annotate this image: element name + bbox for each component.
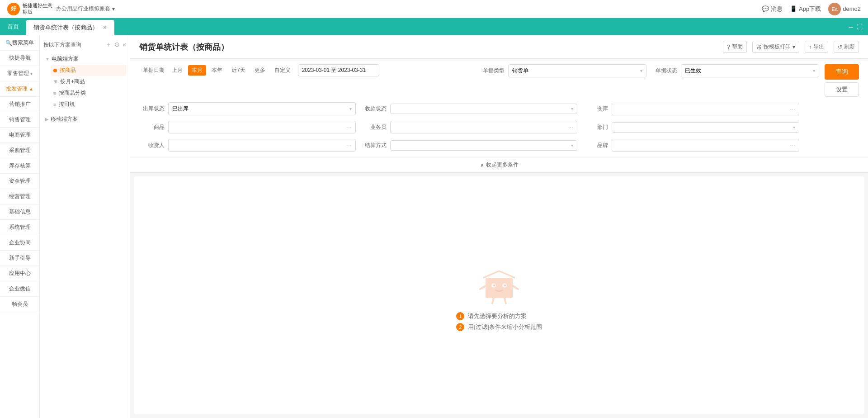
status-label: 单据状态 — [652, 67, 677, 75]
refresh-button[interactable]: ↺ 刷新 — [834, 41, 859, 53]
dept-label: 部门 — [583, 124, 608, 131]
sidebar-item-app-center[interactable]: 应用中心 — [0, 266, 39, 281]
sidebar-item-ecommerce[interactable]: 电商管理 — [0, 128, 39, 143]
sidebar-item-wechat[interactable]: 企业微信 — [0, 281, 39, 297]
template-print-button[interactable]: 🖨 按模板打印 ▾ — [752, 41, 799, 53]
tree-child-by-month-goods[interactable]: ⊞ 按月+商品 — [51, 76, 126, 87]
empty-illustration — [476, 260, 522, 305]
sidebar: 🔍 搜索菜单 快捷导航 零售管理 ▾ 批发管理 ▲ 营销推广 销售管理 电商管理… — [0, 35, 40, 418]
active-dot-icon — [53, 69, 57, 72]
date-tab-this-month[interactable]: 本月 — [188, 65, 206, 76]
tab-close-icon[interactable]: ✕ — [103, 24, 107, 31]
svg-line-6 — [513, 286, 518, 289]
app-download-button[interactable]: 📱 App下载 — [790, 5, 821, 13]
sidebar-item-basic-info[interactable]: 基础信息 — [0, 204, 39, 220]
out-label: 出库状态 — [139, 105, 165, 113]
more-icon: ··· — [568, 124, 574, 131]
date-tab-7days[interactable]: 近7天 — [228, 65, 249, 76]
logo-icon: 好 — [7, 3, 20, 15]
sidebar-item-member[interactable]: 畅会员 — [0, 297, 39, 312]
date-tab-custom[interactable]: 自定义 — [271, 65, 294, 76]
export-icon: ↑ — [809, 44, 811, 50]
filter-status-field: 单据状态 已生效 ▾ — [652, 64, 819, 77]
sidebar-item-finance[interactable]: 资金管理 — [0, 174, 39, 189]
date-range-input[interactable]: 2023-03-01 至 2023-03-31 — [298, 64, 379, 76]
date-tab-last-month[interactable]: 上月 — [168, 65, 186, 76]
filter-date-field: 单据日期 上月 本月 本年 近7天 更多 自定义 2023-03-01 至 20… — [139, 64, 474, 76]
filter-type-field: 单据类型 销货单 ▾ — [479, 64, 646, 77]
collapse-panel-icon[interactable]: « — [123, 41, 126, 49]
sidebar-item-inventory[interactable]: 库存核算 — [0, 158, 39, 174]
export-button[interactable]: ↑ 导出 — [805, 41, 828, 53]
svg-point-3 — [493, 285, 495, 286]
settle-select[interactable]: ▾ — [390, 140, 578, 151]
collapse-bar[interactable]: ∧ 收起更多条件 — [130, 157, 868, 173]
tab-home[interactable]: 首页 — [0, 18, 26, 35]
sidebar-search[interactable]: 🔍 搜索菜单 — [0, 35, 39, 51]
minimize-icon[interactable]: ─ — [849, 24, 853, 30]
help-button[interactable]: ? 帮助 — [723, 41, 747, 53]
logo-area: 好 畅捷通好生意 标版 — [7, 3, 52, 15]
tree-arrow-right-icon: ▶ — [45, 117, 49, 122]
tip-number-2: 2 — [456, 323, 464, 331]
staff-input[interactable]: ··· — [390, 121, 578, 133]
sidebar-item-purchase[interactable]: 采购管理 — [0, 143, 39, 158]
tab-expand-area: ─ ⛶ — [844, 24, 868, 30]
sidebar-item-system[interactable]: 系统管理 — [0, 220, 39, 235]
main-layout: 🔍 搜索菜单 快捷导航 零售管理 ▾ 批发管理 ▲ 营销推广 销售管理 电商管理… — [0, 35, 868, 418]
more-icon: ··· — [790, 105, 795, 113]
staff-label: 业务员 — [361, 124, 387, 131]
filter-receive-field: 收款状态 ▾ — [361, 104, 578, 114]
date-tab-more[interactable]: 更多 — [251, 65, 269, 76]
sidebar-item-marketing[interactable]: 营销推广 — [0, 97, 39, 112]
settings-button[interactable]: 设置 — [825, 82, 859, 97]
sidebar-item-operations[interactable]: 经营管理 — [0, 189, 39, 204]
tree-child-by-goods[interactable]: 按商品 — [51, 65, 126, 76]
page-header-top: 销货单统计表（按商品） ? 帮助 🖨 按模板打印 ▾ — [139, 41, 859, 53]
sidebar-item-guide[interactable]: 新手引导 — [0, 251, 39, 266]
sidebar-item-sales[interactable]: 销售管理 — [0, 112, 39, 128]
goods-input[interactable]: ··· — [168, 121, 356, 133]
content-area: 按以下方案查询 ＋ ⊙ « ▼ 电脑端方案 按商品 — [40, 35, 868, 418]
chevron-down-icon: ▾ — [349, 106, 352, 111]
tree-child-by-category[interactable]: ≡ 按商品分类 — [51, 87, 126, 99]
settle-label: 结算方式 — [361, 142, 387, 149]
list2-icon: ≡ — [53, 102, 56, 107]
filter-dept-field: 部门 ▾ — [583, 122, 799, 133]
grid-icon: ⊞ — [53, 79, 57, 85]
print-icon: 🖨 — [756, 44, 762, 50]
empty-state: 1 请先选择要分析的方案 2 用[过滤]条件来缩小分析范围 — [134, 176, 864, 414]
tree-item-mobile[interactable]: ▶ 移动端方案 — [43, 114, 126, 125]
chevron-down-icon: ▾ — [571, 106, 573, 111]
status-select[interactable]: 已生效 ▾ — [681, 64, 819, 77]
date-tab-this-year[interactable]: 本年 — [208, 65, 226, 76]
brand-input[interactable]: ··· — [612, 139, 799, 152]
out-select[interactable]: 已出库 ▾ — [168, 102, 356, 115]
add-scheme-icon[interactable]: ＋ — [105, 41, 112, 49]
sidebar-item-wholesale[interactable]: 批发管理 ▲ — [0, 81, 39, 97]
sidebar-item-retail[interactable]: 零售管理 ▾ — [0, 66, 39, 81]
receiver-input[interactable]: ··· — [168, 139, 356, 152]
query-button[interactable]: 查询 — [825, 64, 859, 80]
page-title: 销货单统计表（按商品） — [139, 42, 229, 52]
dept-select[interactable]: ▾ — [612, 122, 799, 133]
tree-item-desktop[interactable]: ▼ 电脑端方案 — [43, 53, 126, 65]
date-label: 单据日期 — [139, 66, 165, 74]
action-buttons: 查询 设置 — [825, 64, 859, 97]
tree-child-by-driver[interactable]: ≡ 按司机 — [51, 99, 126, 110]
sidebar-item-collab[interactable]: 企业协同 — [0, 235, 39, 251]
type-select[interactable]: 销货单 ▾ — [508, 64, 646, 77]
maximize-icon[interactable]: ⛶ — [857, 24, 863, 30]
message-icon: 💬 — [762, 5, 769, 12]
tree-children-desktop: 按商品 ⊞ 按月+商品 ≡ 按商品分类 ≡ 按司机 — [43, 65, 126, 110]
tab-sales-report[interactable]: 销货单统计表（按商品） ✕ — [26, 20, 114, 35]
svg-line-5 — [480, 286, 486, 289]
goods-label: 商品 — [139, 124, 165, 131]
warehouse-input[interactable]: ··· — [612, 103, 799, 115]
user-menu[interactable]: Ea demo2 — [828, 3, 861, 15]
receive-select[interactable]: ▾ — [390, 104, 578, 114]
message-button[interactable]: 💬 消息 — [762, 5, 783, 13]
chevron-down-icon: ▾ — [30, 71, 33, 76]
settings-scheme-icon[interactable]: ⊙ — [114, 41, 120, 49]
sidebar-quick-nav[interactable]: 快捷导航 — [0, 51, 39, 66]
